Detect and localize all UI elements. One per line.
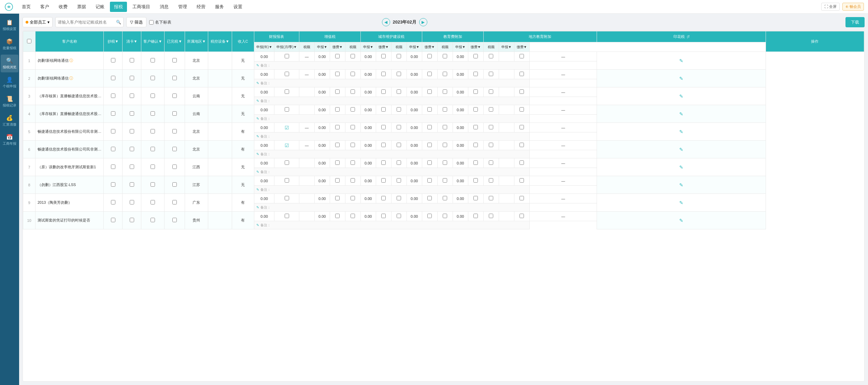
city-pay-checkbox[interactable]	[397, 89, 401, 94]
city-declare-checkbox[interactable]	[381, 89, 386, 94]
annual-checkbox[interactable]	[285, 54, 289, 58]
col-header-copy-tax[interactable]: 抄税▼	[104, 31, 123, 52]
clear-card-checkbox[interactable]	[130, 129, 134, 133]
copy-tax-checkbox[interactable]	[111, 76, 115, 80]
edit-button[interactable]: ✎	[679, 111, 683, 117]
col-header-device[interactable]: 税控设备▼	[208, 31, 232, 52]
stamp-declare-checkbox[interactable]	[520, 196, 524, 200]
note-edit-icon[interactable]: ✎	[256, 152, 259, 156]
select-all-checkbox[interactable]	[27, 39, 31, 43]
declared-checkbox[interactable]	[172, 218, 177, 222]
clear-card-checkbox[interactable]	[130, 76, 134, 80]
city-declare-checkbox[interactable]	[381, 196, 386, 200]
confirm-checkbox[interactable]	[151, 94, 155, 98]
city-declare-checkbox[interactable]	[381, 214, 386, 218]
clear-card-checkbox[interactable]	[130, 200, 134, 204]
vat-declare-checkbox[interactable]	[335, 214, 340, 218]
edu-declare-checkbox[interactable]	[427, 214, 432, 218]
local-declare-checkbox[interactable]	[473, 196, 478, 200]
vat-pay-checkbox[interactable]	[351, 160, 355, 165]
local-declare-checkbox[interactable]	[473, 214, 478, 218]
warning-icon[interactable]: ⓘ	[69, 58, 73, 62]
col-sub-stamp-declare[interactable]: 申报▼	[499, 42, 514, 52]
clear-card-checkbox[interactable]	[130, 94, 134, 98]
city-pay-checkbox[interactable]	[397, 107, 401, 112]
col-header-region[interactable]: 所属地区▼	[185, 31, 208, 52]
confirm-checkbox[interactable]	[151, 165, 155, 169]
edu-pay-checkbox[interactable]	[443, 178, 447, 183]
copy-tax-checkbox[interactable]	[111, 182, 115, 187]
declared-checkbox[interactable]	[172, 111, 177, 116]
clear-card-checkbox[interactable]	[130, 58, 134, 62]
city-declare-checkbox[interactable]	[381, 54, 386, 58]
city-pay-checkbox[interactable]	[397, 143, 401, 147]
edu-declare-checkbox[interactable]	[427, 125, 432, 129]
copy-tax-checkbox[interactable]	[111, 147, 115, 151]
employee-select[interactable]: 全部员工 ▾	[23, 17, 53, 27]
vat-pay-checkbox[interactable]	[351, 125, 355, 129]
copy-tax-checkbox[interactable]	[111, 111, 115, 116]
edu-pay-checkbox[interactable]	[443, 107, 447, 112]
sidebar-batch-tax[interactable]: 📦 批量报税	[1, 35, 18, 53]
col-sub-city-pay[interactable]: 缴费▼	[376, 42, 391, 52]
local-declare-checkbox[interactable]	[473, 143, 478, 147]
city-declare-checkbox[interactable]	[381, 107, 386, 112]
city-pay-checkbox[interactable]	[397, 160, 401, 165]
declared-checkbox[interactable]	[172, 94, 177, 98]
local-pay-checkbox[interactable]	[489, 178, 493, 183]
confirm-checkbox[interactable]	[151, 200, 155, 204]
local-pay-checkbox[interactable]	[489, 89, 493, 94]
local-pay-checkbox[interactable]	[489, 125, 493, 129]
edu-declare-checkbox[interactable]	[427, 72, 432, 76]
local-declare-checkbox[interactable]	[473, 72, 478, 76]
edu-declare-checkbox[interactable]	[427, 196, 432, 200]
vat-declare-checkbox[interactable]	[335, 72, 340, 76]
declared-checkbox[interactable]	[172, 165, 177, 169]
next-month-button[interactable]: ▶	[419, 18, 427, 26]
edu-pay-checkbox[interactable]	[443, 89, 447, 94]
nav-manage[interactable]: 管理	[174, 2, 191, 12]
vat-declare-checkbox[interactable]	[335, 178, 340, 183]
col-sub-vat-pay[interactable]: 缴费▼	[330, 42, 345, 52]
vat-declare-checkbox[interactable]	[335, 54, 340, 58]
col-sub-stamp-pay[interactable]: 缴费▼	[514, 42, 529, 52]
nav-message[interactable]: 消息	[156, 2, 173, 12]
confirm-checkbox[interactable]	[151, 76, 155, 80]
sidebar-tax-browse[interactable]: 🔍 报税浏览	[1, 55, 18, 72]
clear-card-checkbox[interactable]	[130, 182, 134, 187]
local-pay-checkbox[interactable]	[489, 72, 493, 76]
col-sub-annual-report[interactable]: 申报(年)▼	[254, 42, 274, 52]
nav-bookkeeping[interactable]: 记账	[91, 2, 109, 12]
clear-card-checkbox[interactable]	[130, 111, 134, 116]
edit-button[interactable]: ✎	[679, 94, 683, 99]
city-declare-checkbox[interactable]	[381, 125, 386, 129]
annual-checkbox[interactable]	[285, 160, 289, 165]
edit-button[interactable]: ✎	[679, 165, 683, 170]
edu-declare-checkbox[interactable]	[427, 178, 432, 183]
confirm-checkbox[interactable]	[151, 182, 155, 187]
sidebar-annual-settlement[interactable]: 💰 汇算清缴	[1, 112, 18, 130]
edu-declare-checkbox[interactable]	[427, 89, 432, 94]
declared-checkbox[interactable]	[172, 147, 177, 151]
edit-button[interactable]: ✎	[679, 76, 683, 81]
local-declare-checkbox[interactable]	[473, 125, 478, 129]
col-header-clear-card[interactable]: 清卡▼	[123, 31, 141, 52]
sidebar-tax-settings[interactable]: 📋 报税设置	[1, 16, 18, 34]
confirm-checkbox[interactable]	[151, 147, 155, 151]
search-input[interactable]	[58, 20, 115, 25]
confirm-checkbox[interactable]	[151, 111, 155, 116]
col-header-declared[interactable]: 已完税▼	[164, 31, 185, 52]
local-pay-checkbox[interactable]	[489, 107, 493, 112]
col-sub-local-declare[interactable]: 申报▼	[453, 42, 468, 52]
col-sub-edu-pay[interactable]: 缴费▼	[422, 42, 437, 52]
edit-button[interactable]: ✎	[679, 182, 683, 188]
confirm-checkbox[interactable]	[151, 218, 155, 222]
col-header-income[interactable]: 收入C	[232, 31, 254, 52]
local-pay-checkbox[interactable]	[489, 160, 493, 165]
local-declare-checkbox[interactable]	[473, 54, 478, 58]
named-list-checkbox[interactable]: 名下标表	[149, 19, 171, 25]
note-edit-icon[interactable]: ✎	[256, 99, 259, 103]
named-list-input[interactable]	[149, 20, 154, 25]
col-sub-edu-declare[interactable]: 申报▼	[407, 42, 422, 52]
nav-billing[interactable]: 收费	[55, 2, 72, 12]
